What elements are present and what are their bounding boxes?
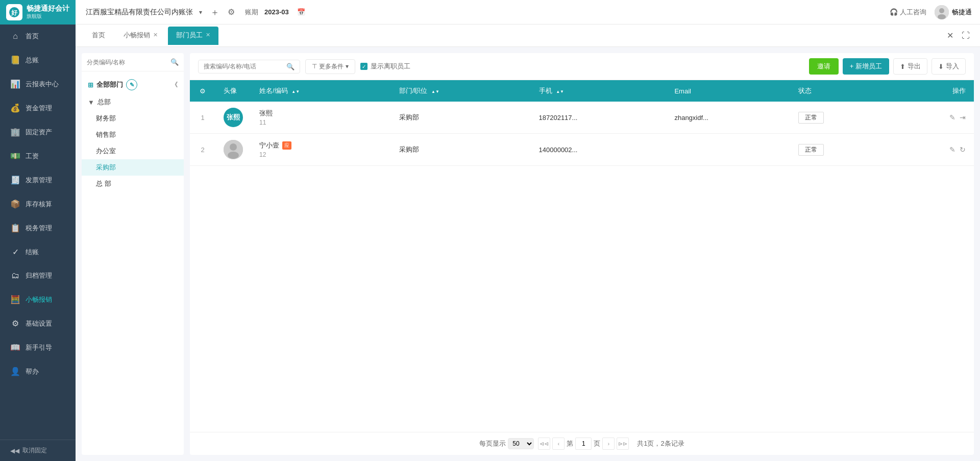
sidebar-label-assets: 固定资产 bbox=[26, 128, 52, 137]
calendar-icon[interactable]: 📅 bbox=[297, 8, 305, 16]
employee-table: ⚙ 头像 姓名/编码 ▲▼ 部门/职位 ▲▼ bbox=[190, 80, 974, 166]
sidebar-item-archive[interactable]: 🗂 归档管理 bbox=[0, 264, 76, 287]
dept-tree: ⊞ 全部部门 ✎ 《 ▼ 总部 财务部 销售部 bbox=[82, 71, 184, 455]
dept-office[interactable]: 办公室 bbox=[82, 143, 184, 159]
sidebar-item-expense[interactable]: 🧮 小畅报销 bbox=[0, 287, 76, 311]
sidebar-item-guide[interactable]: 📖 新手引导 bbox=[0, 335, 76, 359]
col-dept[interactable]: 部门/职位 ▲▼ bbox=[391, 80, 531, 102]
page-number-input[interactable] bbox=[575, 438, 592, 450]
row-1-avatar-cell: 张熙 bbox=[215, 102, 251, 134]
cancel-fixed-button[interactable]: ◀◀ 取消固定 bbox=[0, 440, 76, 461]
sidebar-item-invoice[interactable]: 🧾 发票管理 bbox=[0, 168, 76, 192]
period-label: 账期 bbox=[245, 8, 258, 17]
col-action: 操作 bbox=[893, 80, 974, 102]
row-2-email bbox=[666, 134, 790, 166]
service-label: 人工咨询 bbox=[900, 8, 926, 17]
sidebar-item-reports[interactable]: 📊 云报表中心 bbox=[0, 72, 76, 96]
tab-expense-label: 小畅报销 bbox=[124, 31, 150, 40]
sidebar-item-assets[interactable]: 🏢 固定资产 bbox=[0, 120, 76, 144]
emp-toolbar: 🔍 ⊤ 更多条件 ▾ ✓ 显示离职员工 邀请 bbox=[190, 53, 974, 80]
row-1-status-badge: 正常 bbox=[798, 112, 824, 124]
col-name[interactable]: 姓名/编码 ▲▼ bbox=[251, 80, 391, 102]
show-resigned-checkbox[interactable]: ✓ bbox=[360, 63, 368, 70]
last-page-button[interactable]: ⊳⊳ bbox=[617, 438, 629, 450]
prev-page-button[interactable]: ‹ bbox=[552, 438, 565, 450]
row-2-status-cell: 正常 bbox=[790, 134, 893, 166]
dept-purchase[interactable]: 采购部 bbox=[82, 159, 184, 176]
tab-close-window-button[interactable]: ✕ bbox=[945, 29, 955, 42]
page-unit: 页 bbox=[594, 439, 600, 448]
col-phone[interactable]: 手机 ▲▼ bbox=[531, 80, 667, 102]
import-button[interactable]: ⬇ 导入 bbox=[932, 58, 966, 75]
col-settings[interactable]: ⚙ bbox=[190, 80, 215, 102]
row-2-action-icons: ✎ ↻ bbox=[901, 145, 966, 154]
dept-hq[interactable]: ▼ 总部 bbox=[82, 94, 184, 110]
funds-icon: 💰 bbox=[10, 103, 20, 113]
tab-employee[interactable]: 部门员工 ✕ bbox=[168, 27, 218, 45]
row-1-actions-cell: ✎ ⇥ bbox=[893, 102, 974, 134]
settings-icon[interactable]: ⚙ bbox=[228, 7, 235, 17]
toolbar-right: 邀请 + 新增员工 ⬆ 导出 ⬇ 导入 bbox=[809, 58, 966, 75]
invite-button[interactable]: 邀请 bbox=[809, 58, 839, 75]
add-tab-button[interactable]: ＋ bbox=[210, 6, 219, 18]
tab-expense-close[interactable]: ✕ bbox=[153, 32, 158, 38]
sidebar-item-home[interactable]: ⌂ 首页 bbox=[0, 25, 76, 48]
sidebar-item-close[interactable]: ✓ 结账 bbox=[0, 240, 76, 264]
name-sort-arrows: ▲▼ bbox=[291, 90, 300, 94]
export-button[interactable]: ⬆ 导出 bbox=[893, 58, 927, 75]
tab-employee-close[interactable]: ✕ bbox=[206, 32, 210, 38]
row-2-name: 宁小壹 bbox=[259, 141, 279, 150]
row-1-edit-icon[interactable]: ✎ bbox=[949, 113, 955, 122]
row-2-refresh-icon[interactable]: ↻ bbox=[960, 145, 966, 154]
sidebar-item-funds[interactable]: 💰 资金管理 bbox=[0, 96, 76, 120]
logo-area: 好 畅捷通好会计 旗舰版 bbox=[0, 0, 76, 25]
next-page-button[interactable]: › bbox=[602, 438, 615, 450]
row-1-dept: 采购部 bbox=[391, 102, 531, 134]
page-size-dropdown[interactable]: 50 10 20 100 bbox=[508, 438, 534, 449]
dept-panel: 🔍 ⊞ 全部部门 ✎ 《 ▼ 总部 财务部 bbox=[82, 53, 184, 455]
row-1-name-code: 张熙 11 bbox=[259, 109, 383, 126]
row-2-avatar-cell bbox=[215, 134, 251, 166]
service-button[interactable]: 🎧 人工咨询 bbox=[890, 8, 926, 17]
sidebar-item-tax[interactable]: 📋 税务管理 bbox=[0, 216, 76, 240]
inventory-icon: 📦 bbox=[10, 199, 20, 209]
tab-expense[interactable]: 小畅报销 ✕ bbox=[115, 27, 166, 45]
row-2-edit-icon[interactable]: ✎ bbox=[949, 145, 955, 154]
total-info: 共1页，2条记录 bbox=[637, 439, 684, 448]
close-month-icon: ✓ bbox=[10, 247, 20, 257]
company-dropdown-arrow[interactable]: ▾ bbox=[199, 9, 202, 16]
table-row: 1 张熙 张熙 11 采购部 bbox=[190, 102, 974, 134]
dept-finance[interactable]: 财务部 bbox=[82, 110, 184, 127]
sidebar-item-help[interactable]: 👤 帮办 bbox=[0, 359, 76, 383]
row-2-actions-cell: ✎ ↻ bbox=[893, 134, 974, 166]
cancel-fixed-label: 取消固定 bbox=[22, 446, 47, 455]
first-page-button[interactable]: ⊲⊲ bbox=[538, 438, 550, 450]
top-header: 好 畅捷通好会计 旗舰版 江西服宝精品有限责任公司内账张 ▾ ＋ ⚙ 账期 20… bbox=[0, 0, 980, 25]
dept-edit-icon[interactable]: ✎ bbox=[126, 79, 137, 90]
sidebar-item-salary[interactable]: 💵 工资 bbox=[0, 144, 76, 168]
tab-home[interactable]: 首页 bbox=[84, 27, 113, 45]
show-resigned-toggle[interactable]: ✓ 显示离职员工 bbox=[360, 62, 410, 71]
more-filter-button[interactable]: ⊤ 更多条件 ▾ bbox=[305, 59, 355, 74]
user-info[interactable]: 畅捷通 bbox=[935, 5, 972, 19]
dept-hq2[interactable]: 总 部 bbox=[82, 176, 184, 192]
dept-search-input[interactable] bbox=[87, 59, 167, 66]
sidebar-item-settings[interactable]: ⚙ 基础设置 bbox=[0, 311, 76, 335]
sidebar-item-ledger[interactable]: 📒 总账 bbox=[0, 48, 76, 72]
headset-icon: 🎧 bbox=[890, 8, 898, 16]
row-1-logout-icon[interactable]: ⇥ bbox=[960, 113, 966, 122]
more-filter-label: 更多条件 bbox=[319, 62, 344, 71]
search-icon[interactable]: 🔍 bbox=[286, 63, 295, 70]
emp-search-input[interactable] bbox=[204, 63, 283, 70]
row-1-name-cell: 张熙 11 bbox=[251, 102, 391, 134]
expand-arrow: ▼ bbox=[88, 99, 94, 106]
add-employee-button[interactable]: + 新增员工 bbox=[843, 58, 889, 75]
dept-collapse-icon[interactable]: 《 bbox=[172, 81, 178, 89]
sidebar-item-inventory[interactable]: 📦 库存核算 bbox=[0, 192, 76, 216]
tab-right-actions: ✕ ⛶ bbox=[945, 29, 972, 42]
tab-maximize-button[interactable]: ⛶ bbox=[960, 29, 972, 42]
sidebar-label-inventory: 库存核算 bbox=[26, 200, 52, 209]
dept-all-item[interactable]: ⊞ 全部部门 ✎ 《 bbox=[82, 76, 184, 94]
dept-sales[interactable]: 销售部 bbox=[82, 127, 184, 143]
dept-search-icon[interactable]: 🔍 bbox=[170, 58, 179, 66]
